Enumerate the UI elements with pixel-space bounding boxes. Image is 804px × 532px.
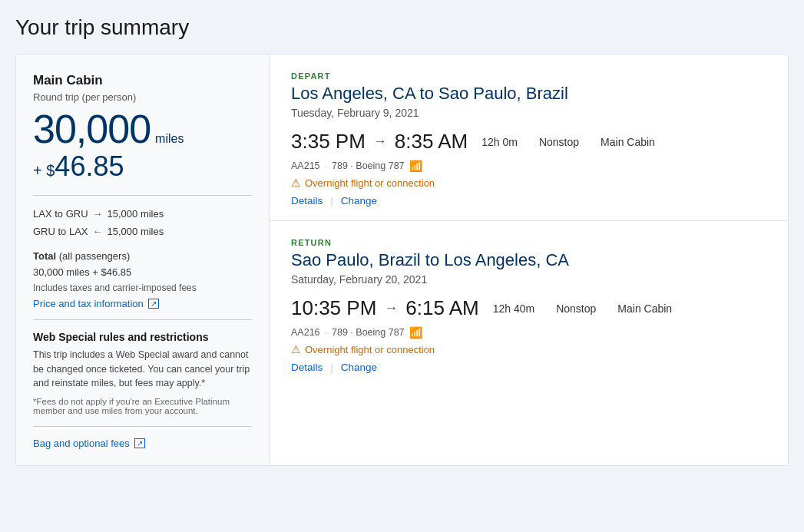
external-link-icon: ↗ bbox=[148, 299, 159, 309]
return-change-link[interactable]: Change bbox=[341, 362, 377, 373]
return-nonstop: Nonstop bbox=[556, 302, 596, 315]
depart-wifi-icon: 📶 bbox=[409, 160, 422, 172]
return-time-block: 10:35 PM → 6:15 AM bbox=[291, 296, 479, 320]
return-depart-time: 10:35 PM bbox=[291, 296, 376, 320]
return-arrow-icon: → bbox=[384, 300, 398, 316]
return-route: Sao Paulo, Brazil to Los Angeles, CA bbox=[291, 250, 766, 270]
return-meta: 12h 40m Nonstop Main Cabin bbox=[493, 302, 672, 315]
bag-external-icon: ↗ bbox=[134, 438, 145, 448]
arrow-right-icon: → bbox=[93, 205, 103, 223]
depart-label: DEPART bbox=[291, 71, 766, 81]
miles-unit: miles bbox=[155, 132, 184, 146]
total-label: Total (all passengers) bbox=[33, 250, 252, 262]
route-from-lax: LAX to GRU bbox=[33, 205, 88, 223]
routes-summary: LAX to GRU → 15,000 miles GRU to LAX ← 1… bbox=[33, 205, 252, 241]
divider-3 bbox=[33, 426, 252, 427]
return-overnight-label: Overnight flight or connection bbox=[305, 344, 435, 355]
return-flight-number: AA216 bbox=[291, 327, 320, 338]
return-cabin: Main Cabin bbox=[617, 302, 672, 315]
depart-change-link[interactable]: Change bbox=[341, 195, 377, 207]
return-arrive-time: 6:15 AM bbox=[405, 296, 478, 320]
trip-summary-card: Main Cabin Round trip (per person) 30,00… bbox=[15, 54, 789, 466]
web-special-text: This trip includes a Web Special award a… bbox=[33, 348, 252, 391]
depart-arrive-time: 8:35 AM bbox=[395, 130, 468, 154]
divider-2 bbox=[33, 319, 252, 320]
cabin-label: Main Cabin bbox=[33, 73, 252, 88]
total-bold: Total bbox=[33, 250, 56, 262]
route-miles-lax: 15,000 miles bbox=[108, 205, 164, 223]
depart-time: 3:35 PM bbox=[291, 130, 366, 154]
depart-route: Los Angeles, CA to Sao Paulo, Brazil bbox=[291, 84, 766, 104]
return-times-row: 10:35 PM → 6:15 AM 12h 40m Nonstop Main … bbox=[291, 296, 766, 320]
depart-flight-number: AA215 bbox=[291, 160, 320, 171]
page-title: Your trip summary bbox=[15, 15, 789, 40]
fee-amount: 46.85 bbox=[55, 150, 124, 182]
miles-number: 30,000 bbox=[33, 109, 151, 149]
price-tax-link[interactable]: Price and tax information ↗ bbox=[33, 298, 159, 309]
return-details-link[interactable]: Details bbox=[291, 362, 323, 373]
return-section: RETURN Sao Paulo, Brazil to Los Angeles,… bbox=[270, 221, 788, 387]
depart-overnight-label: Overnight flight or connection bbox=[305, 177, 435, 189]
divider-1 bbox=[33, 195, 252, 196]
route-row-gru-lax: GRU to LAX ← 15,000 miles bbox=[33, 223, 252, 240]
route-row-lax-gru: LAX to GRU → 15,000 miles bbox=[33, 205, 252, 223]
includes-label: Includes taxes and carrier-imposed fees bbox=[33, 283, 252, 293]
total-value: 30,000 miles + $46.85 bbox=[33, 266, 252, 278]
depart-arrow-icon: → bbox=[373, 134, 387, 150]
return-wifi-icon: 📶 bbox=[409, 326, 422, 339]
bag-fees-link[interactable]: Bag and optional fees ↗ bbox=[33, 438, 145, 449]
arrow-left-icon: ← bbox=[93, 223, 103, 240]
depart-duration: 12h 0m bbox=[481, 136, 518, 148]
return-aircraft: 789 · Boeing 787 bbox=[332, 327, 405, 338]
depart-section: DEPART Los Angeles, CA to Sao Paulo, Bra… bbox=[270, 55, 788, 221]
depart-meta: 12h 0m Nonstop Main Cabin bbox=[481, 136, 655, 148]
depart-date: Tuesday, February 9, 2021 bbox=[291, 107, 766, 119]
return-overnight-row: ⚠ Overnight flight or connection bbox=[291, 343, 766, 355]
depart-details-link[interactable]: Details bbox=[291, 195, 323, 207]
depart-aircraft: 789 · Boeing 787 bbox=[332, 160, 405, 171]
return-details-row: AA216 · 789 · Boeing 787 📶 bbox=[291, 326, 766, 339]
roundtrip-label: Round trip (per person) bbox=[33, 91, 252, 103]
depart-overnight-row: ⚠ Overnight flight or connection bbox=[291, 177, 766, 189]
web-special-title: Web Special rules and restrictions bbox=[33, 331, 252, 343]
total-passengers: (all passengers) bbox=[59, 250, 131, 262]
depart-times-row: 3:35 PM → 8:35 AM 12h 0m Nonstop Main Ca… bbox=[291, 130, 766, 154]
return-duration: 12h 40m bbox=[493, 302, 534, 315]
fee-prefix: + $ bbox=[33, 162, 55, 179]
fees-note: *Fees do not apply if you're an Executiv… bbox=[33, 397, 252, 415]
depart-action-row: Details | Change bbox=[291, 195, 766, 207]
return-label: RETURN bbox=[291, 238, 766, 247]
route-from-gru: GRU to LAX bbox=[33, 223, 88, 240]
return-date: Saturday, February 20, 2021 bbox=[291, 273, 766, 286]
depart-details-row: AA215 · 789 · Boeing 787 📶 bbox=[291, 160, 766, 172]
depart-cabin: Main Cabin bbox=[601, 136, 655, 148]
miles-display: 30,000 miles bbox=[33, 109, 252, 149]
sidebar: Main Cabin Round trip (per person) 30,00… bbox=[16, 55, 270, 465]
return-warning-icon: ⚠ bbox=[291, 343, 301, 355]
depart-time-block: 3:35 PM → 8:35 AM bbox=[291, 130, 468, 154]
fee-display: + $46.85 bbox=[33, 150, 252, 183]
depart-warning-icon: ⚠ bbox=[291, 177, 301, 189]
flights-content: DEPART Los Angeles, CA to Sao Paulo, Bra… bbox=[270, 55, 788, 465]
depart-nonstop: Nonstop bbox=[539, 136, 579, 148]
route-miles-gru: 15,000 miles bbox=[108, 223, 164, 240]
return-action-row: Details | Change bbox=[291, 362, 766, 373]
